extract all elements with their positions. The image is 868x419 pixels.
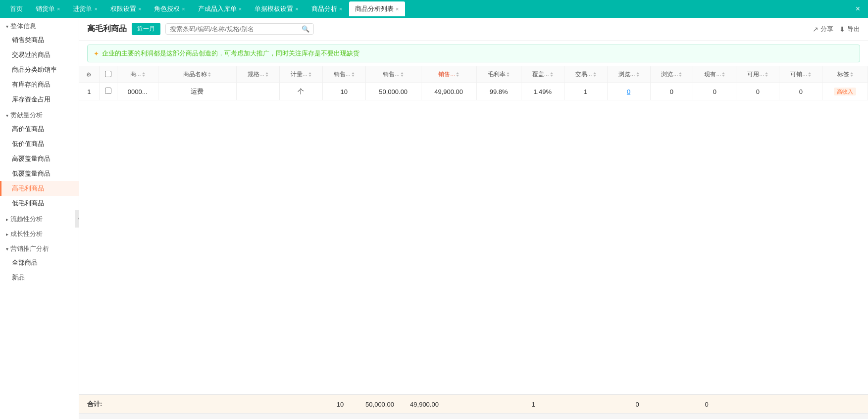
sidebar-item-in-stock[interactable]: 有库存的商品	[0, 77, 79, 92]
col-checkbox[interactable]	[99, 66, 117, 83]
col-stock-available[interactable]: 可用...	[736, 66, 779, 83]
search-icon[interactable]: 🔍	[302, 25, 309, 33]
tab-permission-settings[interactable]: 权限设置 ×	[104, 1, 147, 16]
col-coverage[interactable]: 覆盖...	[521, 66, 564, 83]
sidebar-group-contribution[interactable]: ▾ 贡献量分析	[0, 107, 79, 122]
star-icon: ✦	[94, 50, 99, 57]
tab-sales-order[interactable]: 销货单 ×	[30, 1, 66, 16]
close-all-tabs-button[interactable]: ×	[852, 4, 864, 13]
search-box: 🔍	[165, 23, 314, 35]
sidebar-group-trend[interactable]: ▸ 流趋性分析	[0, 211, 79, 226]
cell-code: 0000...	[117, 83, 158, 100]
sidebar-collapse-button[interactable]: «	[75, 210, 79, 228]
footer-total-profit: 49,900.00	[402, 401, 447, 408]
footer-coverage	[481, 401, 516, 408]
close-icon[interactable]: ×	[57, 6, 60, 12]
sidebar-item-low-margin[interactable]: 低毛利商品	[0, 196, 79, 211]
col-spec[interactable]: 规格...	[236, 66, 279, 83]
col-sales-amount[interactable]: 销售...	[365, 66, 421, 83]
tab-purchase-order[interactable]: 进货单 ×	[67, 1, 103, 16]
footer-cell-code	[184, 401, 214, 408]
col-views1[interactable]: 浏览...	[607, 66, 650, 83]
cell-stock-available: 0	[736, 83, 779, 100]
cell-sales-qty: 10	[322, 83, 365, 100]
col-unit[interactable]: 计量...	[279, 66, 322, 83]
sidebar-item-category-rate[interactable]: 商品分类助销率	[0, 62, 79, 77]
table-row: 1 0000... 运费 个 10 50,000.00 49,900.00 99…	[79, 83, 868, 100]
sidebar-item-new-goods[interactable]: 新品	[0, 270, 79, 285]
col-views2[interactable]: 浏览...	[650, 66, 693, 83]
product-table: ⚙ 商... 商品名称 规格... 计量... 销售... 销售... 销售..…	[79, 66, 868, 100]
cell-coverage: 1.49%	[521, 83, 564, 100]
close-icon[interactable]: ×	[94, 6, 97, 12]
row-checkbox[interactable]	[105, 88, 111, 94]
top-navigation: 首页 销货单 × 进货单 × 权限设置 × 角色授权 × 产成品入库单 × 单据…	[0, 0, 868, 18]
sidebar-item-all-goods[interactable]: 全部商品	[0, 255, 79, 270]
export-button[interactable]: ⬇ 导出	[839, 25, 860, 34]
sidebar-item-high-margin[interactable]: 高毛利商品	[0, 181, 79, 196]
share-button[interactable]: ↗ 分享	[813, 25, 833, 34]
cell-views1[interactable]: 0	[607, 83, 650, 100]
select-all-checkbox[interactable]	[105, 71, 111, 77]
close-icon[interactable]: ×	[182, 6, 185, 12]
col-stock-saleable[interactable]: 可销...	[779, 66, 822, 83]
table-header-row: ⚙ 商... 商品名称 规格... 计量... 销售... 销售... 销售..…	[79, 66, 868, 83]
footer-gross-margin	[447, 401, 481, 408]
export-icon: ⬇	[839, 25, 845, 33]
tab-role-auth[interactable]: 角色授权 ×	[148, 1, 191, 16]
close-icon[interactable]: ×	[138, 6, 141, 12]
tab-template-settings[interactable]: 单据模板设置 ×	[249, 1, 304, 16]
col-sales-profit[interactable]: 销售...	[421, 66, 476, 83]
tab-product-analysis-list[interactable]: 商品分析列表 ×	[349, 1, 405, 16]
col-settings[interactable]: ⚙	[79, 66, 99, 83]
content-area: 高毛利商品 近一月 🔍 ↗ 分享 ⬇ 导出 ✦ 企业的主要的利润都是这部分商品创…	[79, 18, 868, 419]
col-name[interactable]: 商品名称	[158, 66, 236, 83]
filter-recent-month-button[interactable]: 近一月	[132, 23, 160, 35]
table-footer: 合计: 10 50,000.00 49,900.00 1 0 0	[79, 394, 868, 413]
footer-total-amount: 50,000.00	[357, 401, 402, 408]
header-actions: ↗ 分享 ⬇ 导出	[813, 25, 860, 34]
sidebar-item-low-value[interactable]: 低价值商品	[0, 137, 79, 151]
share-icon: ↗	[813, 25, 818, 33]
footer-stock-saleable: 0	[689, 401, 724, 408]
sidebar-item-low-coverage[interactable]: 低覆盖量商品	[0, 166, 79, 181]
sidebar-item-inventory-capital[interactable]: 库存资金占用	[0, 92, 79, 107]
cell-checkbox[interactable]	[99, 83, 117, 100]
horizontal-scrollbar[interactable]	[79, 413, 868, 419]
chevron-right-icon: ▸	[6, 232, 8, 237]
tab-home[interactable]: 首页	[4, 1, 29, 16]
footer-cell-unit	[293, 401, 323, 408]
footer-views1	[551, 401, 585, 408]
sidebar-group-overview[interactable]: ▾ 整体信息	[0, 18, 79, 33]
search-input[interactable]	[170, 25, 299, 33]
tab-finished-goods[interactable]: 产成品入库单 ×	[192, 1, 248, 16]
sidebar-group-marketing[interactable]: ▾ 营销推广分析	[0, 240, 79, 255]
close-icon[interactable]: ×	[396, 6, 399, 12]
col-code[interactable]: 商...	[117, 66, 158, 83]
footer-stock-current: 0	[620, 401, 655, 408]
sidebar-item-sales-goods[interactable]: 销售类商品	[0, 33, 79, 47]
sidebar-item-high-coverage[interactable]: 高覆盖量商品	[0, 151, 79, 166]
main-layout: « ▾ 整体信息 销售类商品 交易过的商品 商品分类助销率 有库存的商品 库存资…	[0, 18, 868, 419]
sidebar-item-traded-goods[interactable]: 交易过的商品	[0, 47, 79, 62]
col-sales-qty[interactable]: 销售...	[322, 66, 365, 83]
cell-spec	[236, 83, 279, 100]
chevron-right-icon: ▸	[6, 217, 8, 222]
sidebar-group-growth[interactable]: ▸ 成长性分析	[0, 226, 79, 240]
chevron-down-icon: ▾	[6, 24, 8, 29]
col-transaction[interactable]: 交易...	[564, 66, 607, 83]
cell-sales-amount: 50,000.00	[365, 83, 421, 100]
sidebar-item-high-value[interactable]: 高价值商品	[0, 122, 79, 137]
footer-tag	[724, 401, 759, 408]
col-tag[interactable]: 标签	[822, 66, 868, 83]
cell-sales-profit: 49,900.00	[421, 83, 476, 100]
cell-stock-current: 0	[693, 83, 736, 100]
col-stock-current[interactable]: 现有...	[693, 66, 736, 83]
close-icon[interactable]: ×	[239, 6, 242, 12]
close-icon[interactable]: ×	[339, 6, 342, 12]
footer-label: 合计:	[87, 400, 147, 409]
cell-name: 运费	[158, 83, 236, 100]
tab-product-analysis[interactable]: 商品分析 ×	[306, 1, 348, 16]
close-icon[interactable]: ×	[295, 6, 298, 12]
col-gross-margin[interactable]: 毛利率	[476, 66, 521, 83]
